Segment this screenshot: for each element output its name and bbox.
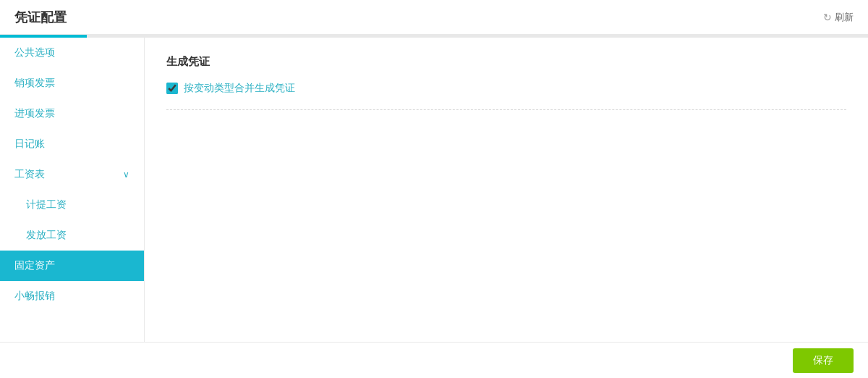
sidebar-item-pay-salary[interactable]: 发放工资 [0, 220, 144, 251]
sidebar-item-public[interactable]: 公共选项 [0, 38, 144, 68]
sidebar-item-label: 工资表 [14, 168, 45, 181]
merge-checkbox[interactable] [166, 83, 178, 94]
checkbox-row: 按变动类型合并生成凭证 [166, 82, 846, 95]
sidebar-item-label: 固定资产 [14, 259, 55, 272]
refresh-icon: ↻ [823, 12, 832, 23]
top-tab-bar [0, 35, 868, 38]
sidebar-item-label: 发放工资 [26, 229, 67, 242]
sidebar-item-label: 销项发票 [14, 77, 55, 90]
checkbox-label[interactable]: 按变动类型合并生成凭证 [184, 82, 295, 95]
section-title: 生成凭证 [166, 55, 846, 69]
divider [166, 109, 846, 110]
bottom-bar: 保存 [0, 342, 868, 378]
sidebar-item-commission[interactable]: 计提工资 [0, 190, 144, 220]
save-button[interactable]: 保存 [793, 348, 854, 373]
refresh-button[interactable]: ↻ 刷新 [823, 11, 854, 24]
page-title: 凭证配置 [14, 9, 67, 26]
sidebar-item-fixed-assets[interactable]: 固定资产 [0, 251, 144, 281]
sidebar-item-label: 日记账 [14, 138, 45, 151]
sidebar-item-label: 计提工资 [26, 198, 67, 211]
sidebar-item-label: 小畅报销 [14, 290, 55, 303]
chevron-down-icon: ∨ [123, 169, 129, 180]
sidebar-item-journal[interactable]: 日记账 [0, 129, 144, 159]
sidebar-item-label: 进项发票 [14, 107, 55, 120]
sidebar-item-expense[interactable]: 小畅报销 [0, 281, 144, 311]
sidebar-item-payroll[interactable]: 工资表∨ [0, 159, 144, 190]
header: 凭证配置 ↻ 刷新 [0, 0, 868, 35]
sidebar: 公共选项销项发票进项发票日记账工资表∨计提工资发放工资固定资产小畅报销 [0, 38, 145, 342]
main-container: 公共选项销项发票进项发票日记账工资表∨计提工资发放工资固定资产小畅报销 生成凭证… [0, 38, 868, 342]
refresh-label: 刷新 [835, 11, 854, 24]
top-tab-active-indicator [0, 35, 87, 38]
content-area: 生成凭证 按变动类型合并生成凭证 [145, 38, 868, 342]
sidebar-item-label: 公共选项 [14, 46, 55, 59]
sidebar-item-purchase-invoice[interactable]: 进项发票 [0, 98, 144, 129]
sidebar-item-sales-invoice[interactable]: 销项发票 [0, 68, 144, 98]
